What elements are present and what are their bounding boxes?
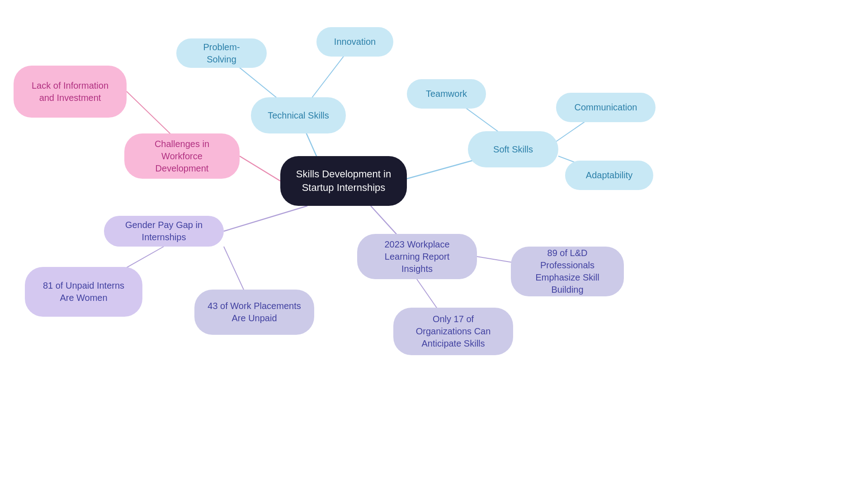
work-placements-label: 43 of Work Placements Are Unpaid bbox=[207, 300, 302, 324]
gender-pay-gap-label: Gender Pay Gap in Internships bbox=[117, 219, 211, 243]
challenges-label: Challenges in Workforce Development bbox=[137, 138, 227, 175]
organizations-label: Only 17 of Organizations Can Anticipate … bbox=[406, 313, 500, 350]
innovation-label: Innovation bbox=[334, 36, 376, 48]
unpaid-interns-label: 81 of Unpaid Interns Are Women bbox=[38, 280, 130, 304]
work-placements-node: 43 of Work Placements Are Unpaid bbox=[194, 290, 314, 335]
svg-line-9 bbox=[224, 206, 307, 231]
technical-skills-label: Technical Skills bbox=[268, 109, 329, 122]
ld-professionals-label: 89 of L&D Professionals Emphasize Skill … bbox=[524, 247, 611, 296]
communication-label: Communication bbox=[575, 101, 637, 114]
innovation-node: Innovation bbox=[316, 27, 393, 57]
unpaid-interns-node: 81 of Unpaid Interns Are Women bbox=[25, 267, 142, 317]
workplace-learning-node: 2023 Workplace Learning Report Insights bbox=[357, 234, 477, 279]
svg-line-7 bbox=[240, 156, 280, 181]
lack-of-information-node: Lack of Information and Investment bbox=[14, 66, 127, 118]
adaptability-node: Adaptability bbox=[565, 161, 653, 190]
workplace-learning-label: 2023 Workplace Learning Report Insights bbox=[370, 238, 464, 275]
gender-pay-gap-node: Gender Pay Gap in Internships bbox=[104, 216, 224, 247]
teamwork-node: Teamwork bbox=[407, 79, 486, 109]
soft-skills-node: Soft Skills bbox=[468, 131, 558, 167]
challenges-node: Challenges in Workforce Development bbox=[124, 133, 240, 179]
soft-skills-label: Soft Skills bbox=[493, 143, 533, 156]
problem-solving-label: Problem-Solving bbox=[189, 41, 254, 66]
adaptability-label: Adaptability bbox=[586, 169, 632, 181]
center-node: Skills Development in Startup Internship… bbox=[280, 156, 407, 206]
lack-of-information-label: Lack of Information and Investment bbox=[26, 80, 114, 104]
organizations-node: Only 17 of Organizations Can Anticipate … bbox=[393, 308, 513, 355]
problem-solving-node: Problem-Solving bbox=[176, 38, 267, 68]
center-label: Skills Development in Startup Internship… bbox=[293, 167, 394, 194]
communication-node: Communication bbox=[556, 93, 656, 122]
ld-professionals-node: 89 of L&D Professionals Emphasize Skill … bbox=[511, 247, 624, 296]
teamwork-label: Teamwork bbox=[426, 88, 467, 100]
technical-skills-node: Technical Skills bbox=[251, 97, 346, 133]
